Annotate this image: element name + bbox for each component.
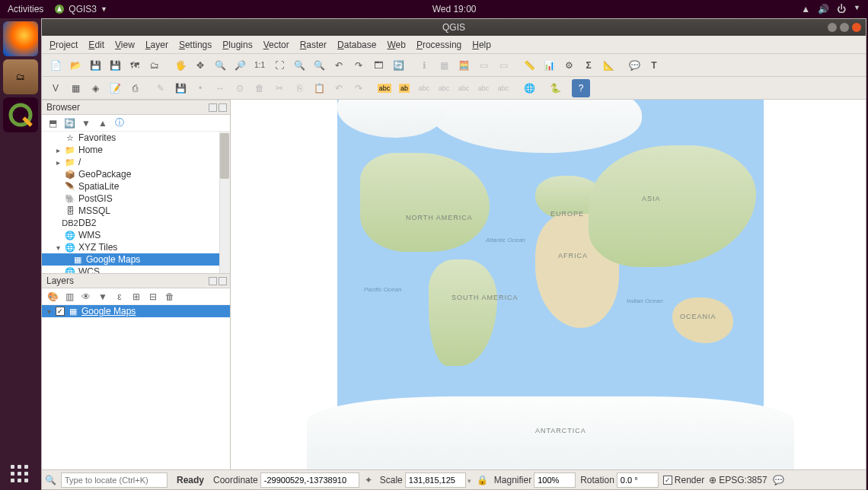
collapse-icon[interactable]: ▲ — [97, 117, 109, 129]
menu-vector[interactable]: Vector — [263, 40, 289, 50]
open-table-button[interactable]: ▦ — [435, 56, 453, 75]
refresh-button[interactable]: 🔄 — [389, 56, 407, 75]
menu-processing[interactable]: Processing — [416, 40, 461, 50]
redo-button[interactable]: ↷ — [349, 79, 368, 97]
titlebar[interactable]: QGIS — [42, 19, 866, 36]
map-tips-button[interactable]: 💬 — [625, 56, 643, 75]
layers-filter-icon[interactable]: ▼ — [97, 291, 109, 303]
volume-icon[interactable]: 🔊 — [818, 4, 829, 14]
zoom-full-button[interactable]: ⛶ — [270, 56, 289, 75]
coordinate-input[interactable] — [260, 473, 359, 488]
refresh-icon[interactable]: 🔄 — [63, 117, 75, 129]
dock-files[interactable]: 🗂 — [3, 59, 38, 94]
label-tool5-button[interactable]: abc — [455, 79, 473, 97]
add-layer-icon[interactable]: ⬒ — [46, 117, 59, 129]
system-menu-icon[interactable]: ▼ — [854, 4, 860, 14]
new-layout-button[interactable]: 🗺 — [126, 56, 144, 75]
zoom-out-button[interactable]: 🔎 — [231, 56, 249, 75]
label-tool2-button[interactable]: ab — [395, 79, 413, 97]
dock-qgis[interactable] — [3, 97, 38, 132]
messages-icon[interactable]: 💬 — [772, 473, 786, 487]
browser-item-xyz-tiles[interactable]: ▾🌐XYZ Tiles — [42, 241, 230, 253]
browser-item-mssql[interactable]: 🗄MSSQL — [42, 205, 230, 217]
minimize-button[interactable] — [828, 23, 837, 32]
label-tool-button[interactable]: abc — [375, 79, 394, 97]
sigma-button[interactable]: Σ — [579, 56, 598, 75]
browser-item-favorites[interactable]: ☆Favorites — [42, 132, 230, 144]
measure-line-button[interactable]: 📐 — [599, 56, 617, 75]
maximize-button[interactable] — [840, 23, 849, 32]
map-canvas[interactable]: North America South America Europe Afric… — [231, 100, 866, 469]
scale-input[interactable] — [405, 473, 466, 488]
layers-panel-header[interactable]: Layers — [42, 273, 230, 288]
scrollbar[interactable] — [219, 132, 230, 273]
power-icon[interactable]: ⏻ — [837, 4, 846, 14]
new-project-button[interactable]: 📄 — [46, 56, 65, 75]
save-as-button[interactable]: 💾 — [106, 56, 124, 75]
layers-expand-icon[interactable]: ⊞ — [130, 291, 142, 303]
zoom-native-button[interactable]: 1:1 — [251, 56, 269, 75]
pan-button[interactable]: 🖐 — [171, 56, 190, 75]
browser-undock-button[interactable] — [209, 103, 217, 112]
browser-panel-header[interactable]: Browser — [42, 100, 230, 115]
dock-firefox[interactable] — [3, 21, 38, 56]
browser-item-wcs[interactable]: 🌐WCS — [42, 266, 230, 273]
browser-item-spatialite[interactable]: 🪶SpatiaLite — [42, 180, 230, 192]
add-csv-button[interactable]: 📝 — [106, 79, 124, 97]
menu-project[interactable]: Project — [49, 40, 78, 50]
locator-input[interactable] — [61, 473, 168, 488]
lock-scale-icon[interactable]: 🔒 — [476, 473, 490, 487]
layers-remove-icon[interactable]: 🗑 — [164, 291, 176, 303]
menu-settings[interactable]: Settings — [179, 40, 212, 50]
layers-expression-icon[interactable]: ε — [113, 291, 126, 303]
zoom-in-button[interactable]: 🔍 — [211, 56, 229, 75]
add-raster-button[interactable]: ▦ — [66, 79, 85, 97]
zoom-layer-button[interactable]: 🔍 — [310, 56, 328, 75]
browser-item-home[interactable]: ▸📁Home — [42, 144, 230, 156]
zoom-last-button[interactable]: ↶ — [330, 56, 348, 75]
layers-visibility-icon[interactable]: 👁 — [80, 291, 92, 303]
active-app-menu[interactable]: QGIS3 ▼ — [54, 4, 107, 14]
activities-button[interactable]: Activities — [8, 4, 43, 14]
deselect-button[interactable]: ▭ — [494, 56, 512, 75]
menu-edit[interactable]: Edit — [88, 40, 104, 50]
identify-button[interactable]: ℹ — [415, 56, 433, 75]
label-tool4-button[interactable]: abc — [435, 79, 453, 97]
crs-label[interactable]: EPSG:3857 — [719, 475, 767, 485]
browser-item--[interactable]: ▸📁/ — [42, 156, 230, 168]
pan-to-selection-button[interactable]: ✥ — [191, 56, 209, 75]
text-annotation-button[interactable]: T — [645, 56, 663, 75]
new-map-view-button[interactable]: 🗔 — [369, 56, 388, 75]
stats-button[interactable]: 📊 — [540, 56, 558, 75]
layers-close-button[interactable] — [219, 277, 227, 285]
layers-undock-button[interactable] — [209, 277, 217, 285]
crs-icon[interactable]: ⊕ — [709, 475, 716, 485]
layers-style-icon[interactable]: 🎨 — [46, 291, 59, 303]
browser-close-button[interactable] — [219, 103, 227, 112]
browser-tree[interactable]: ☆Favorites▸📁Home▸📁/📦GeoPackage🪶SpatiaLit… — [42, 132, 230, 273]
node-tool-button[interactable]: ⊙ — [231, 79, 249, 97]
coordinate-toggle-icon[interactable]: ✦ — [362, 473, 375, 487]
layers-add-group-icon[interactable]: ▥ — [63, 291, 75, 303]
browser-item-postgis[interactable]: 🐘PostGIS — [42, 192, 230, 205]
menu-database[interactable]: Database — [337, 40, 376, 50]
layers-tree[interactable]: ▾✓ ▦ Google Maps — [42, 305, 230, 469]
paste-button[interactable]: 📋 — [310, 79, 328, 97]
layer-visibility-checkbox[interactable]: ✓ — [56, 307, 65, 316]
menu-view[interactable]: View — [115, 40, 135, 50]
processing-toolbox-button[interactable]: ⚙ — [560, 56, 578, 75]
measure-button[interactable]: 📏 — [520, 56, 538, 75]
label-tool6-button[interactable]: abc — [474, 79, 493, 97]
browser-item-google-maps[interactable]: ▦Google Maps — [42, 253, 230, 266]
browser-item-db2[interactable]: DB2DB2 — [42, 217, 230, 229]
menu-web[interactable]: Web — [387, 40, 405, 50]
show-apps-button[interactable] — [11, 465, 28, 482]
add-mesh-button[interactable]: ◈ — [86, 79, 104, 97]
browser-item-geopackage[interactable]: 📦GeoPackage — [42, 168, 230, 180]
save-edits-button[interactable]: 💾 — [171, 79, 190, 97]
properties-icon[interactable]: ⓘ — [113, 117, 126, 129]
filter-icon[interactable]: ▼ — [80, 117, 92, 129]
label-tool3-button[interactable]: abc — [415, 79, 433, 97]
layers-collapse-icon[interactable]: ⊟ — [147, 291, 159, 303]
open-project-button[interactable]: 📂 — [66, 56, 85, 75]
